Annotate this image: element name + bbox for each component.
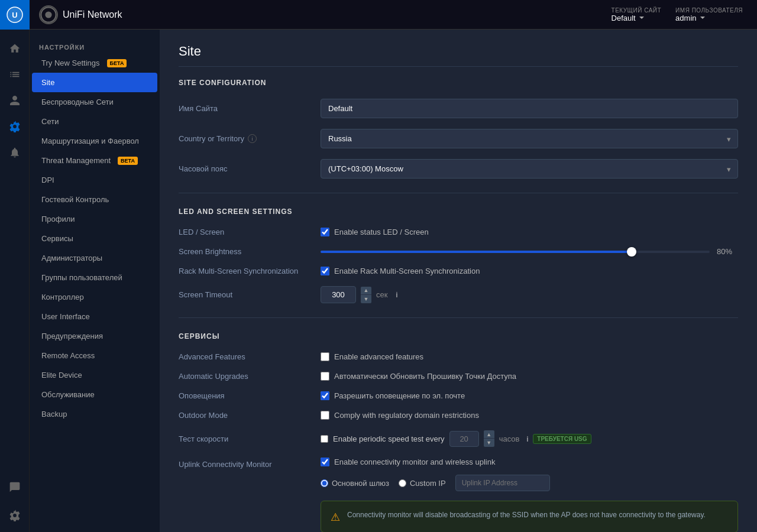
timezone-select[interactable]: (UTC+03:00) Moscow (UTC+00:00) UTC (UTC+…: [321, 159, 738, 179]
sidebar-item-maintenance[interactable]: Обслуживание: [32, 385, 157, 404]
sidebar-item-wireless[interactable]: Беспроводные Сети: [32, 92, 157, 112]
timeout-decrement-button[interactable]: ▼: [361, 295, 371, 303]
site-value[interactable]: Default: [612, 14, 662, 22]
auto-upgrades-checkbox[interactable]: [321, 372, 329, 381]
led-row: LED / Screen Enable status LED / Screen: [179, 228, 738, 236]
led-checkbox[interactable]: [321, 228, 329, 236]
country-control: Russia United States Germany: [321, 129, 738, 148]
sidebar-item-profiles[interactable]: Профили: [32, 209, 157, 229]
current-site[interactable]: ТЕКУЩИЙ САЙТ Default: [612, 7, 662, 22]
brightness-row: Screen Brightness 80%: [179, 247, 738, 256]
uplink-radio-group: Основной шлюз Custom IP: [321, 475, 738, 491]
svg-text:U: U: [12, 11, 17, 20]
user-value[interactable]: admin: [675, 14, 743, 22]
site-name-input[interactable]: [321, 99, 738, 118]
speed-test-decrement-button[interactable]: ▼: [484, 439, 494, 447]
speed-test-info-icon[interactable]: i: [526, 434, 528, 443]
rack-label: Rack Multi-Screen Synchronization: [179, 267, 321, 275]
section-services-title: СЕРВИСЫ: [179, 332, 738, 340]
timeout-row: Screen Timeout ▲ ▼ сек i: [179, 286, 738, 303]
brightness-slider-track[interactable]: [321, 251, 710, 253]
nav-icon-chat[interactable]: [3, 475, 27, 499]
sidebar-item-elite[interactable]: Elite Device: [32, 365, 157, 385]
advanced-features-label: Advanced Features: [179, 352, 321, 361]
sidebar: НАСТРОЙКИ Try New Settings БЕТА Site Бес…: [30, 30, 160, 532]
speed-test-unit: часов: [499, 434, 520, 443]
user-info[interactable]: ИМЯ ПОЛЬЗОВАТЕЛЯ admin: [675, 7, 743, 22]
country-info-icon[interactable]: i: [248, 134, 257, 143]
speed-test-usg-badge: ТРЕБУЕТСЯ USG: [533, 434, 591, 444]
timezone-label: Часовой пояс: [179, 164, 321, 173]
timeout-increment-button[interactable]: ▲: [361, 287, 371, 295]
speed-test-value-input[interactable]: [449, 431, 479, 447]
section-site-config-title: SITE CONFIGURATION: [179, 79, 738, 87]
section-led-title: LED AND SCREEN SETTINGS: [179, 207, 738, 216]
page-title: Site: [179, 44, 738, 67]
sidebar-item-backup[interactable]: Backup: [32, 404, 157, 424]
uplink-ip-input[interactable]: [455, 475, 550, 491]
uplink-monitor-checkbox[interactable]: [321, 458, 329, 466]
outdoor-mode-control: Comply with regulatory domain restrictio…: [321, 411, 738, 420]
icon-nav: [0, 30, 30, 532]
country-select[interactable]: Russia United States Germany: [321, 129, 738, 148]
sidebar-item-dpi[interactable]: DPI: [32, 170, 157, 190]
nav-icon-stats[interactable]: [3, 63, 27, 86]
brightness-slider-fill: [321, 251, 632, 253]
sidebar-label-threat: Threat Management: [41, 156, 111, 165]
sidebar-item-groups[interactable]: Группы пользователей: [32, 268, 157, 287]
auto-upgrades-checkbox-row: Автоматически Обновить Прошивку Точки До…: [321, 372, 738, 381]
sidebar-item-controller[interactable]: Контроллер: [32, 287, 157, 307]
country-row: Country or Territory i Russia United Sta…: [179, 129, 738, 148]
sidebar-item-site[interactable]: Site: [32, 73, 157, 92]
sidebar-item-threat[interactable]: Threat Management BETA: [32, 151, 157, 170]
outdoor-mode-checkbox-row: Comply with regulatory domain restrictio…: [321, 411, 738, 420]
radio-gateway[interactable]: [321, 479, 328, 487]
divider-1: [179, 193, 738, 193]
advanced-features-control: Enable advanced features: [321, 352, 738, 361]
site-name-row: Имя Сайта: [179, 99, 738, 118]
timeout-info-icon[interactable]: i: [396, 290, 397, 299]
rack-control: Enable Rack Multi-Screen Synchronization: [321, 267, 738, 275]
rack-checkbox[interactable]: [321, 267, 329, 275]
sidebar-item-routing[interactable]: Маршрутизация и Фаервол: [32, 131, 157, 151]
uplink-checkbox-row: Enable connectivity monitor and wireless…: [321, 458, 738, 466]
advanced-features-checkbox-label: Enable advanced features: [334, 352, 423, 361]
nav-icon-gear[interactable]: [3, 504, 27, 527]
notifications-checkbox-row: Разрешить оповещение по эл. почте: [321, 391, 738, 400]
sidebar-item-ui[interactable]: User Interface: [32, 307, 157, 326]
timezone-select-wrapper: (UTC+03:00) Moscow (UTC+00:00) UTC (UTC+…: [321, 159, 738, 179]
sidebar-item-try-new-settings[interactable]: Try New Settings БЕТА: [32, 53, 157, 73]
svg-point-3: [45, 11, 51, 18]
nav-icon-alerts[interactable]: [3, 141, 27, 164]
brightness-slider-thumb[interactable]: [627, 247, 636, 257]
badge-threat-beta: BETA: [118, 157, 138, 165]
advanced-features-checkbox[interactable]: [321, 352, 329, 361]
site-name-label: Имя Сайта: [179, 104, 321, 113]
sidebar-item-services[interactable]: Сервисы: [32, 229, 157, 248]
sidebar-item-alerts[interactable]: Предупреждения: [32, 326, 157, 346]
timeout-input[interactable]: [321, 286, 356, 303]
nav-icon-settings[interactable]: [3, 115, 27, 138]
speed-test-increment-button[interactable]: ▲: [484, 430, 494, 439]
sidebar-item-admins[interactable]: Администраторы: [32, 248, 157, 268]
nav-icon-clients[interactable]: [3, 89, 27, 112]
sidebar-item-networks[interactable]: Сети: [32, 112, 157, 131]
site-label: ТЕКУЩИЙ САЙТ: [612, 7, 662, 14]
speed-test-checkbox[interactable]: [321, 435, 328, 443]
brightness-control: 80%: [321, 247, 738, 256]
radio-item-custom-ip[interactable]: Custom IP: [399, 479, 446, 488]
sidebar-label-ui: User Interface: [41, 312, 90, 321]
notifications-checkbox-label: Разрешить оповещение по эл. почте: [334, 391, 465, 400]
radio-item-gateway[interactable]: Основной шлюз: [321, 479, 389, 488]
sidebar-item-remote[interactable]: Remote Access: [32, 346, 157, 365]
connectivity-warning-box: ⚠ Connectivity monitor will disable broa…: [321, 501, 738, 532]
sidebar-label-backup: Backup: [41, 410, 67, 419]
notifications-checkbox[interactable]: [321, 391, 329, 400]
nav-icon-home[interactable]: [3, 37, 27, 60]
sidebar-item-guest[interactable]: Гостевой Контроль: [32, 190, 157, 209]
rack-checkbox-label: Enable Rack Multi-Screen Synchronization: [334, 267, 480, 275]
divider-2: [179, 317, 738, 318]
radio-custom-ip[interactable]: [399, 479, 406, 487]
outdoor-mode-checkbox[interactable]: [321, 411, 329, 420]
notifications-row: Оповещения Разрешить оповещение по эл. п…: [179, 391, 738, 400]
